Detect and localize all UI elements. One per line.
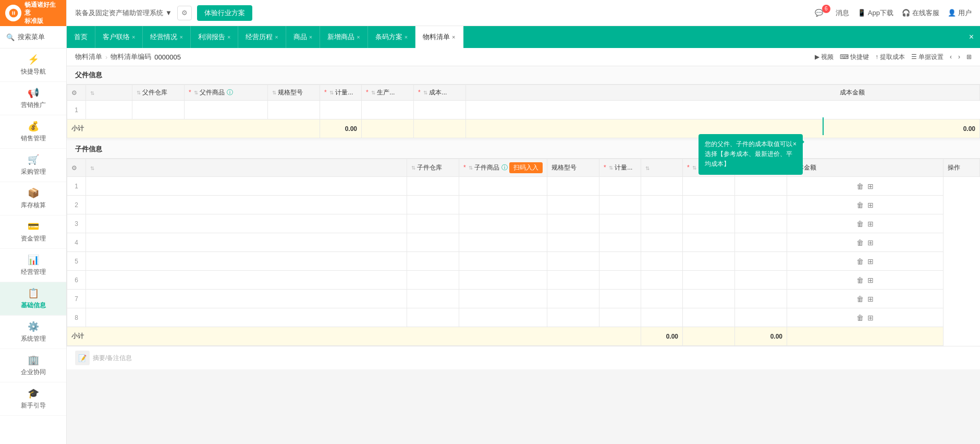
tab-history[interactable]: 经营历程 × [238, 26, 286, 48]
sidebar-item-finance[interactable]: 💳 资金管理 [0, 215, 66, 249]
tab-barcode[interactable]: 条码方案 × [368, 26, 415, 48]
parent-row-spec[interactable] [184, 101, 267, 119]
breadcrumb-list[interactable]: 物料清单 [75, 52, 102, 62]
copy-row1-btn[interactable]: ⊞ [866, 181, 875, 191]
parent-subtotal-amount: 0.00 [320, 119, 361, 138]
breadcrumb-code-value: 0000005 [154, 53, 181, 61]
delete-row4-btn[interactable]: 🗑 [855, 237, 865, 248]
gear-button[interactable]: ⚙ [177, 6, 192, 20]
copy-row6-btn[interactable]: ⊞ [866, 275, 875, 285]
online-service-action[interactable]: 🎧 在线客服 [902, 8, 939, 18]
system-select[interactable]: 装备及固定资产辅助管理系统 ▼ [75, 8, 172, 18]
delete-row7-btn[interactable]: 🗑 [855, 294, 865, 304]
nav-tabs: 首页 客户联络 × 经营情况 × 利润报告 × 经营历程 × 商品 × 新增商品… [67, 26, 980, 48]
parent-section-title: 父件信息 [67, 66, 980, 85]
close-tab-customer[interactable]: × [132, 34, 135, 40]
child-col-settings: ⚙ [67, 159, 86, 177]
sidebar-item-basic-info[interactable]: 📋 基础信息 [0, 282, 66, 316]
child-table-settings-icon[interactable]: ⚙ [71, 164, 77, 172]
parent-row-product[interactable] [132, 101, 184, 119]
tab-customer[interactable]: 客户联络 × [95, 26, 143, 48]
search-icon: 🔍 [6, 33, 15, 41]
delete-row2-btn[interactable]: 🗑 [855, 200, 865, 210]
user-action[interactable]: 👤 用户 [948, 8, 972, 18]
child-row1-spec[interactable] [459, 177, 547, 196]
tab-operations[interactable]: 经营情况 × [143, 26, 190, 48]
grid-view-btn[interactable]: ⊞ [966, 53, 972, 61]
tab-home[interactable]: 首页 [67, 26, 95, 48]
nav-next-btn[interactable]: › [958, 53, 960, 61]
delete-row6-btn[interactable]: 🗑 [855, 275, 865, 285]
bottom-note-icon[interactable]: 📝 [75, 351, 90, 365]
tab-product[interactable]: 商品 × [286, 26, 320, 48]
child-row1-product[interactable] [407, 177, 459, 196]
child-row1-unit[interactable] [547, 177, 599, 196]
marketing-icon: 📢 [28, 87, 39, 99]
tab-profit[interactable]: 利润报告 × [191, 26, 238, 48]
shortcut-btn[interactable]: ⌨ 快捷键 [840, 53, 869, 62]
table-row: 1 [67, 101, 980, 119]
child-col-unit: ⇅ 计量... [599, 159, 641, 177]
parent-row-cost[interactable] [361, 101, 413, 119]
sidebar-item-purchase[interactable]: 🛒 采购管理 [0, 149, 66, 182]
child-row1-wh[interactable] [86, 177, 407, 196]
table-settings-icon[interactable]: ⚙ [71, 89, 77, 97]
search-menu-button[interactable]: 🔍 搜索菜单 [4, 30, 62, 44]
sidebar-search[interactable]: 🔍 搜索菜单 [0, 26, 66, 49]
parent-col-product: ⇅ 父件商品 ⓘ [184, 85, 267, 101]
close-tab-bom[interactable]: × [452, 34, 455, 40]
sidebar-item-enterprise[interactable]: 🏢 企业协同 [0, 349, 66, 382]
child-row1-amount[interactable] [735, 177, 787, 196]
nav-prev-btn[interactable]: ‹ [950, 53, 952, 61]
extract-cost-btn[interactable]: ↑ 提取成本 [875, 53, 905, 62]
delete-row3-btn[interactable]: 🗑 [855, 219, 865, 229]
user-icon: 👤 [948, 9, 956, 17]
single-settings-btn[interactable]: ☰ 单据设置 [911, 53, 944, 62]
close-tab-operations[interactable]: × [179, 34, 182, 40]
parent-row-unit[interactable] [267, 101, 320, 119]
close-tab-profit[interactable]: × [227, 34, 230, 40]
copy-row8-btn[interactable]: ⊞ [866, 313, 875, 323]
sidebar-item-sales[interactable]: 💰 销售管理 [0, 115, 66, 149]
close-tab-history[interactable]: × [275, 34, 278, 40]
close-tab-product[interactable]: × [309, 34, 312, 40]
sidebar-item-marketing[interactable]: 📢 营销推广 [0, 82, 66, 115]
parent-row-prod[interactable] [320, 101, 361, 119]
close-tab-new-product[interactable]: × [357, 34, 360, 40]
message-action[interactable]: 💬 6 消息 [815, 8, 849, 18]
tooltip-close-btn[interactable]: × [793, 139, 797, 149]
close-all-tabs[interactable]: × [963, 32, 980, 42]
sidebar-item-inventory[interactable]: 📦 库存核算 [0, 182, 66, 215]
view-video-btn[interactable]: ▶ 视频 [815, 53, 834, 62]
phone-icon: 📱 [858, 9, 866, 17]
close-tab-barcode[interactable]: × [405, 34, 408, 40]
sidebar-item-system[interactable]: ⚙️ 系统管理 [0, 316, 66, 349]
logo-text: 畅通诸好生意 标准版 [24, 1, 61, 26]
tab-bom[interactable]: 物料清单 × [415, 26, 463, 48]
delete-row1-btn[interactable]: 🗑 [855, 181, 865, 191]
tab-new-product[interactable]: 新增商品 × [320, 26, 368, 48]
sidebar-item-operations[interactable]: 📊 经营管理 [0, 249, 66, 282]
trial-button[interactable]: 体验行业方案 [197, 5, 252, 21]
sidebar-item-quick-nav[interactable]: ⚡ 快捷导航 [0, 49, 66, 82]
scan-button[interactable]: 扫码入入 [509, 162, 543, 173]
copy-row5-btn[interactable]: ⊞ [866, 256, 875, 267]
extract-icon: ↑ [875, 53, 878, 61]
delete-row5-btn[interactable]: 🗑 [855, 256, 865, 267]
copy-row2-btn[interactable]: ⊞ [866, 200, 875, 210]
copy-row7-btn[interactable]: ⊞ [866, 294, 875, 304]
child-row1-unitcost[interactable] [683, 177, 735, 196]
message-badge: 6 [822, 5, 830, 13]
bottom-bar: 📝 摘要/备注信息 [67, 346, 980, 369]
parent-row-warehouse[interactable] [86, 101, 132, 119]
app-download-action[interactable]: 📱 App下载 [858, 8, 893, 18]
child-row1-extra[interactable] [599, 177, 641, 196]
child-row1-qty[interactable] [641, 177, 683, 196]
parent-row-amount[interactable] [413, 101, 466, 119]
purchase-icon: 🛒 [28, 154, 39, 165]
delete-row8-btn[interactable]: 🗑 [855, 313, 865, 323]
table-row: 4 🗑 ⊞ [67, 233, 980, 252]
sidebar-item-guide[interactable]: 🎓 新手引导 [0, 382, 66, 416]
copy-row4-btn[interactable]: ⊞ [866, 237, 875, 248]
copy-row3-btn[interactable]: ⊞ [866, 219, 875, 229]
